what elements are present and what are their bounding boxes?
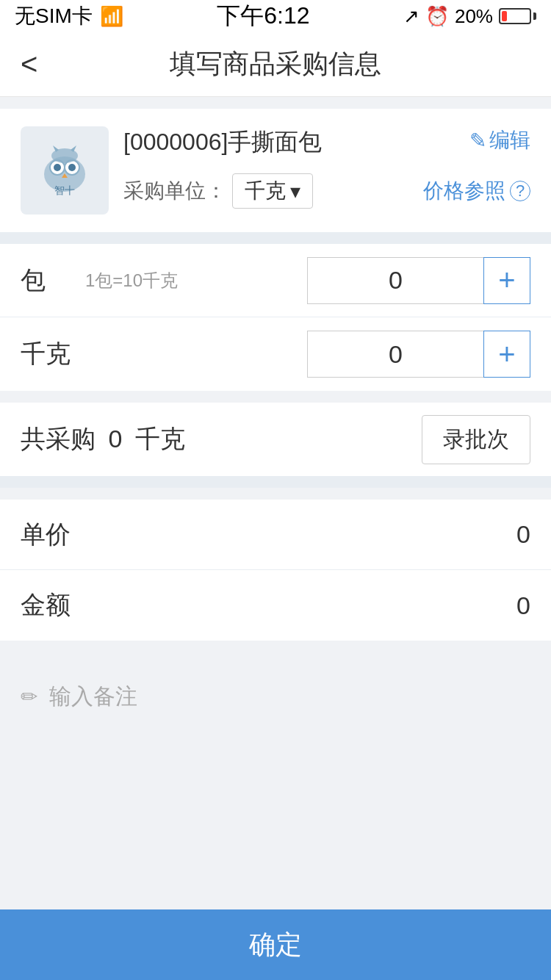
- bao-plus-button[interactable]: +: [483, 257, 530, 304]
- price-ref-label: 价格参照: [423, 177, 505, 205]
- bao-quantity-input[interactable]: [307, 257, 483, 304]
- product-info: [0000006]手撕面包 ✎ 编辑 采购单位： 千克 ▾ 价格参照 ?: [123, 126, 530, 209]
- bao-controls: +: [307, 257, 530, 304]
- unit-select[interactable]: 千克 ▾: [232, 173, 313, 209]
- back-button[interactable]: <: [21, 48, 37, 81]
- purchase-unit-label: 采购单位：: [123, 177, 226, 205]
- price-ref-button[interactable]: 价格参照 ?: [423, 177, 530, 205]
- product-card: 智十 [0000006]手撕面包 ✎ 编辑 采购单位： 千克 ▾ 价格参照 ?: [0, 109, 551, 232]
- product-name: [0000006]手撕面包: [123, 126, 322, 159]
- remark-section[interactable]: ✏ 输入备注: [0, 652, 551, 741]
- summary-section: 共采购 0 千克 录批次: [0, 403, 551, 476]
- product-thumbnail-icon: 智十: [35, 141, 94, 200]
- amount-label: 金额: [21, 588, 71, 622]
- unit-value: 千克: [245, 177, 286, 205]
- bao-sublabel: 1包=10千克: [85, 269, 178, 292]
- amount-value: 0: [516, 591, 530, 620]
- summary-prefix: 共采购: [21, 425, 96, 453]
- pencil-icon: ✏: [21, 685, 37, 709]
- nav-bar: < 填写商品采购信息: [0, 32, 551, 97]
- status-bar: 无SIM卡 📶 下午6:12 ↗ ⏰ 20%: [0, 0, 551, 32]
- edit-icon: ✎: [469, 129, 486, 153]
- summary-amount: 0: [108, 425, 122, 453]
- wifi-icon: 📶: [100, 5, 123, 28]
- section-divider-1: [0, 232, 551, 244]
- remark-placeholder: 输入备注: [49, 682, 137, 712]
- unit-price-value: 0: [516, 520, 530, 549]
- bottom-spacer: [0, 741, 551, 887]
- summary-unit: 千克: [135, 425, 185, 453]
- summary-text: 共采购 0 千克: [21, 422, 185, 456]
- bao-label: 包: [21, 264, 79, 298]
- page-title: 填写商品采购信息: [170, 46, 381, 82]
- confirm-label: 确定: [249, 927, 302, 963]
- unit-price-row: 单价 0: [0, 500, 551, 570]
- input-section: 包 1包=10千克 + 千克 +: [0, 244, 551, 391]
- carrier-text: 无SIM卡: [15, 2, 93, 30]
- location-icon: ↗: [403, 5, 419, 28]
- battery-percent: 20%: [455, 5, 493, 28]
- status-time: 下午6:12: [217, 0, 309, 32]
- section-divider-2: [0, 476, 551, 488]
- dropdown-icon: ▾: [290, 179, 300, 203]
- svg-point-3: [54, 164, 61, 171]
- unit-price-label: 单价: [21, 518, 71, 552]
- bao-input-row: 包 1包=10千克 +: [0, 244, 551, 317]
- amount-row: 金额 0: [0, 570, 551, 641]
- kg-controls: +: [307, 331, 530, 378]
- alarm-icon: ⏰: [425, 5, 449, 28]
- confirm-button[interactable]: 确定: [0, 909, 551, 980]
- product-image: 智十: [21, 126, 109, 215]
- status-left: 无SIM卡 📶: [15, 2, 123, 30]
- summary-row: 共采购 0 千克 录批次: [0, 403, 551, 476]
- kg-quantity-input[interactable]: [307, 331, 483, 378]
- battery-indicator: [499, 8, 536, 24]
- price-section: 单价 0 金额 0: [0, 500, 551, 641]
- kg-plus-button[interactable]: +: [483, 331, 530, 378]
- svg-point-4: [68, 164, 76, 171]
- status-right: ↗ ⏰ 20%: [403, 5, 536, 28]
- edit-label: 编辑: [489, 126, 530, 154]
- help-icon: ?: [510, 181, 530, 201]
- batch-button[interactable]: 录批次: [422, 415, 530, 464]
- svg-text:智十: 智十: [54, 184, 75, 196]
- kg-label: 千克: [21, 337, 79, 371]
- kg-input-row: 千克 +: [0, 317, 551, 391]
- edit-button[interactable]: ✎ 编辑: [469, 126, 530, 154]
